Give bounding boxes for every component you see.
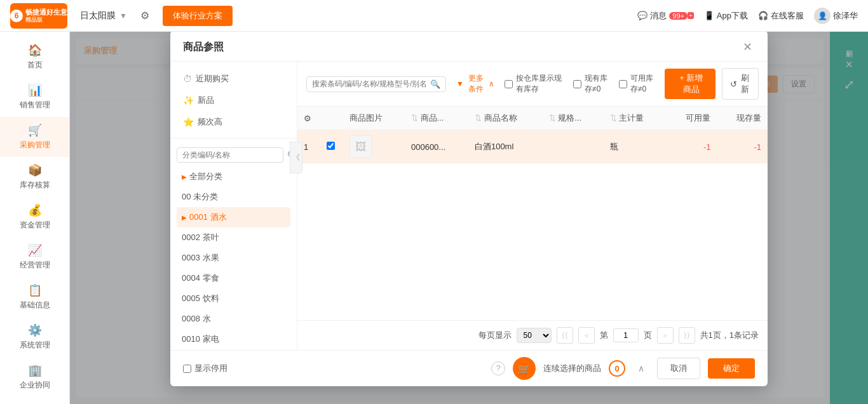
per-page-select[interactable]: 50 100 200: [517, 328, 552, 343]
nav-item-recent[interactable]: ⏱ 近期购买: [177, 68, 290, 90]
sidebar-item-sales[interactable]: 📊 销售管理: [0, 77, 69, 117]
help-icon[interactable]: ?: [491, 361, 505, 375]
category-item-appliance[interactable]: 0010 家电: [177, 329, 290, 344]
warehouse-stock-checkbox[interactable]: [505, 80, 513, 88]
finance-icon: 💰: [28, 203, 42, 217]
category-item-fruit[interactable]: 0003 水果: [177, 248, 290, 268]
current-stock-filter[interactable]: 现有库存≠0: [573, 73, 613, 95]
per-page-label: 每页显示: [478, 330, 512, 341]
search-submit-icon[interactable]: 🔍: [430, 79, 440, 89]
cancel-button[interactable]: 取消: [657, 358, 700, 379]
sort-icon-unit[interactable]: ⇅: [610, 113, 617, 123]
modal-toolbar: 🔍 ▼ 更多条件 ∧ 按仓库显示现有库存: [297, 62, 768, 107]
system-icon: ⚙️: [28, 323, 42, 337]
content-area: 采购管理 查询 设置 刷新 × ⤢: [70, 32, 868, 404]
table-row[interactable]: 1 🖼: [297, 130, 768, 164]
category-item-beverage[interactable]: 0005 饮料: [177, 288, 290, 309]
sort-icon-name[interactable]: ⇅: [475, 113, 482, 123]
app-name: 畅捷通好生意: [25, 8, 67, 17]
cart-icon-button[interactable]: 🛒: [513, 357, 536, 380]
sidebar-item-purchase[interactable]: 🛒 采购管理: [0, 117, 69, 157]
category-item-all[interactable]: ▶ 全部分类: [177, 166, 290, 187]
cell-unit: 瓶: [604, 130, 667, 164]
confirm-button[interactable]: 确定: [708, 358, 755, 379]
col-spec-label: 规格...: [558, 113, 581, 123]
last-page-button[interactable]: ⟩⟩: [679, 327, 695, 344]
filter-icon: ▼: [456, 79, 464, 88]
product-search-box[interactable]: 🔍: [306, 76, 446, 92]
app-download-nav-item[interactable]: 📱 App下载: [704, 10, 748, 22]
sidebar-item-enterprise[interactable]: 🏢 企业协同: [0, 357, 69, 397]
col-settings[interactable]: ⚙: [297, 107, 320, 130]
category-item-tea[interactable]: 0002 茶叶: [177, 227, 290, 248]
operations-icon: 📈: [28, 243, 42, 257]
refresh-button[interactable]: ↺ 刷新: [722, 68, 759, 100]
logo-icon: 6: [10, 10, 23, 22]
add-product-button[interactable]: + 新增商品: [665, 69, 715, 99]
category-label-liquor: 0001 酒水: [189, 212, 227, 223]
row-checkbox[interactable]: [327, 142, 335, 150]
user-nav-item[interactable]: 👤 徐泽华: [814, 8, 858, 24]
category-label-beverage: 0005 饮料: [182, 293, 219, 304]
top-navbar: 6 畅捷通好生意 精品版 日太阳膜 ▼ ⚙ 体验行业方案 💬 消息 99+ + …: [0, 0, 868, 32]
store-selector[interactable]: 日太阳膜 ▼: [80, 10, 127, 22]
collapse-cart-icon[interactable]: ∧: [633, 360, 649, 377]
table-header: ⚙ 商品图片 ⇅ 商品...: [297, 107, 768, 130]
sidebar-label-basic-info: 基础信息: [20, 300, 50, 311]
current-stock-checkbox[interactable]: [573, 80, 581, 88]
prev-page-button[interactable]: ＜: [578, 327, 595, 344]
warehouse-stock-label: 按仓库显示现有库存: [516, 73, 567, 95]
nav-item-new[interactable]: ✨ 新品: [177, 90, 290, 111]
sort-icon-code[interactable]: ⇅: [411, 113, 418, 123]
category-item-water[interactable]: 0008 水: [177, 309, 290, 329]
first-page-button[interactable]: ⟨⟨: [557, 327, 573, 344]
col-image-label: 商品图片: [349, 113, 383, 123]
available-stock-checkbox[interactable]: [619, 80, 627, 88]
category-label-water: 0008 水: [182, 313, 211, 325]
sidebar-item-inventory[interactable]: 📦 库存核算: [0, 157, 69, 197]
category-item-unclassified[interactable]: 00 未分类: [177, 187, 290, 207]
category-search-area: 🔍: [170, 147, 297, 163]
page-number-input[interactable]: [613, 328, 639, 342]
cell-checkbox[interactable]: [320, 130, 343, 164]
customer-service-nav-item[interactable]: 🎧 在线客服: [758, 10, 804, 22]
basic-info-icon: 📋: [28, 283, 42, 297]
modal-close-button[interactable]: ✕: [740, 39, 755, 55]
refresh-icon: ↺: [730, 79, 737, 89]
sidebar-item-home[interactable]: 🏠 首页: [0, 37, 69, 77]
messages-nav-item[interactable]: 💬 消息 99+ +: [637, 10, 694, 22]
category-search-input[interactable]: [177, 147, 283, 163]
col-stock: 现存量: [717, 107, 768, 130]
show-disabled-filter[interactable]: 显示停用: [183, 363, 227, 374]
collapse-panel-button[interactable]: 《: [290, 142, 302, 173]
app-edition: 精品版: [25, 17, 67, 24]
sidebar-item-system[interactable]: ⚙️ 系统管理: [0, 317, 69, 357]
product-search-input[interactable]: [312, 79, 426, 88]
category-item-liquor[interactable]: ▶ 0001 酒水: [177, 207, 290, 227]
col-available: 可用量: [667, 107, 717, 130]
show-disabled-label: 显示停用: [194, 363, 227, 374]
sidebar-item-guide[interactable]: 🔰 新手引导: [0, 397, 69, 404]
nav-item-frequent[interactable]: ⭐ 频次高: [177, 111, 290, 133]
warehouse-stock-filter[interactable]: 按仓库显示现有库存: [505, 73, 567, 95]
headset-icon: 🎧: [758, 11, 768, 20]
nav-label-recent: 近期购买: [196, 73, 229, 84]
category-item-snack[interactable]: 0004 零食: [177, 268, 290, 288]
settings-icon[interactable]: ⚙: [135, 6, 155, 26]
available-stock-filter[interactable]: 可用库存≠0: [619, 73, 658, 95]
trial-cta-button[interactable]: 体验行业方案: [163, 6, 233, 26]
sidebar-item-basic-info[interactable]: 📋 基础信息: [0, 277, 69, 317]
category-label: 00 未分类: [182, 191, 218, 203]
sidebar-label-purchase: 采购管理: [20, 140, 50, 151]
modal-right-panel: 🔍 ▼ 更多条件 ∧ 按仓库显示现有库存: [297, 62, 768, 350]
show-disabled-checkbox[interactable]: [183, 365, 191, 373]
sort-icon-spec[interactable]: ⇅: [549, 113, 556, 123]
sidebar-item-operations[interactable]: 📈 经营管理: [0, 237, 69, 277]
col-checkbox: [320, 107, 343, 130]
sidebar-item-finance[interactable]: 💰 资金管理: [0, 197, 69, 237]
more-filters-button[interactable]: ▼ 更多条件 ∧: [452, 71, 498, 97]
col-stock-label: 现存量: [736, 113, 761, 123]
sidebar-label-home: 首页: [27, 60, 43, 71]
next-page-button[interactable]: ＞: [657, 327, 674, 344]
messages-badge: 99+: [669, 12, 688, 20]
